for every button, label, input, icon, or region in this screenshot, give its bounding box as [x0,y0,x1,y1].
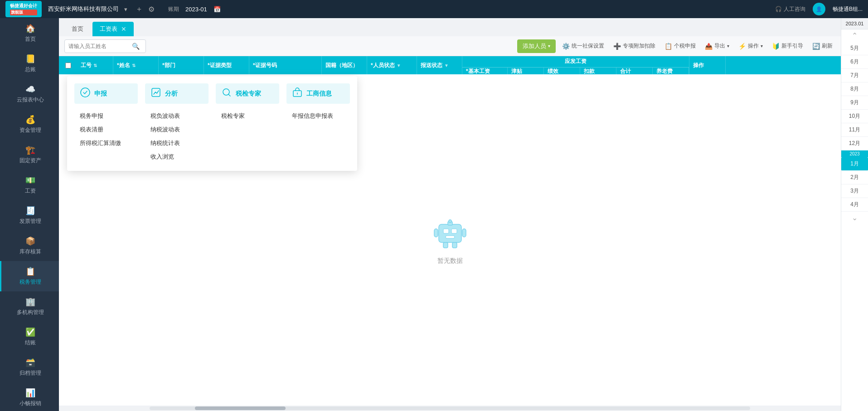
sidebar-label-settle: 结账 [25,339,36,347]
company-dropdown-icon[interactable]: ▾ [124,6,127,13]
svg-rect-3 [446,236,455,238]
cal-month-11[interactable]: 11月 [841,123,868,137]
th-send-filter-icon[interactable]: ▼ [444,63,449,68]
sidebar-item-assets[interactable]: 🏗️ 固定资产 [0,140,59,170]
svg-rect-1 [443,229,449,233]
sidebar-label-tax: 税务管理 [19,278,41,286]
tax-report-button[interactable]: 📋 个税申报 [662,39,698,53]
archive-icon: 🗃️ [25,358,35,367]
svg-rect-7 [462,229,466,237]
cal-month-5[interactable]: 5月 [841,42,868,55]
guide-button[interactable]: 🔰 新手引导 [769,39,806,53]
tax-report-label: 个税申报 [674,42,696,50]
operation-dropdown-icon: ▾ [761,44,763,48]
menu-income-browse[interactable]: 收入浏览 [145,150,209,164]
section-analysis-header: 分析 [145,83,209,104]
sidebar-item-settle[interactable]: ✅ 结账 [0,322,59,352]
select-all-input[interactable] [65,63,71,68]
th-no-label: 工号 [81,62,92,69]
cal-month-12[interactable]: 12月 [841,137,868,150]
cal-month-2[interactable]: 2月 [841,171,868,184]
menu-tax-expert[interactable]: 税检专家 [216,109,279,123]
h-scrollbar[interactable] [59,406,841,411]
refresh-icon: 🔄 [812,43,820,50]
menu-tax-burden[interactable]: 税负波动表 [145,109,209,123]
section-declare-title: 申报 [94,90,107,98]
invoice-icon: 🧾 [25,206,35,216]
sidebar-item-cloud[interactable]: ☁️ 云报表中心 [0,79,59,109]
sidebar-label-inventory: 库存核算 [19,248,41,256]
add-icon[interactable]: ＋ [136,5,143,14]
tab-salary[interactable]: 工资表 ✕ [92,22,134,36]
export-button[interactable]: 📤 导出 ▾ [702,39,732,53]
empty-text: 暂无数据 [437,257,463,265]
menu-tax-declare[interactable]: 税务申报 [74,109,138,123]
sidebar-item-multi[interactable]: 🏢 多机构管理 [0,291,59,322]
sidebar-item-tax[interactable]: 📋 税务管理 [0,261,59,291]
section-business-header: 工商信息 [286,83,350,104]
sidebar-item-report[interactable]: 📊 小畅报销 [0,382,59,411]
sidebar: 🏠 首页 📒 总账 ☁️ 云报表中心 💰 资金管理 🏗️ 固定资产 💵 工资 🧾… [0,18,59,411]
sidebar-label-ledger: 总账 [25,66,36,73]
calendar-icon[interactable]: 📅 [213,6,221,13]
operation-label: 操作 [748,42,759,50]
th-perf: 绩效 [544,68,580,75]
search-input[interactable] [68,43,132,49]
add-dropdown-icon: ▾ [548,44,550,48]
cal-month-1[interactable]: 1月 [841,157,868,171]
settle-icon: ✅ [25,327,35,337]
report-icon: 📊 [25,388,35,398]
cal-month-7[interactable]: 7月 [841,69,868,82]
multi-icon: 🏢 [25,297,35,307]
cloud-icon: ☁️ [25,84,35,94]
tab-home-label: 首页 [72,25,83,33]
th-no-sort-icon[interactable]: ⇅ [93,63,97,68]
sidebar-label-multi: 多机构管理 [17,309,44,316]
top-bar: 畅捷通好会计 旗舰版 西安虾米网络科技有限公司 ▾ ＋ ⚙ 账期 2023-01… [0,0,868,18]
th-idno-label: *证据号码 [253,62,277,69]
operation-button[interactable]: ⚡ 操作 ▾ [736,39,766,53]
th-status-filter-icon[interactable]: ▼ [397,63,401,68]
cal-month-9[interactable]: 9月 [841,96,868,110]
social-security-button[interactable]: ⚙️ 统一社保设置 [559,39,607,53]
sidebar-item-ledger[interactable]: 📒 总账 [0,48,59,79]
special-deduction-button[interactable]: ➕ 专项附加扣除 [611,39,658,53]
menu-income-calc[interactable]: 所得税汇算清缴 [74,136,138,150]
settings-icon[interactable]: ⚙ [148,5,155,14]
th-status-label: *人员状态 [371,62,395,69]
sidebar-item-inventory[interactable]: 📦 库存核算 [0,231,59,261]
menu-tax-stats[interactable]: 纳税统计表 [145,136,209,150]
sidebar-item-invoice[interactable]: 🧾 发票管理 [0,200,59,231]
menu-annual-report[interactable]: 年报信息申报表 [286,109,350,123]
cal-month-3[interactable]: 3月 [841,184,868,198]
sidebar-item-salary[interactable]: 💵 工资 [0,170,59,200]
th-base: *基本工资 [462,68,508,75]
service-button[interactable]: 🎧 人工咨询 [775,5,805,13]
select-all-checkbox[interactable] [59,63,77,68]
cal-month-10[interactable]: 10月 [841,110,868,123]
cal-month-8[interactable]: 8月 [841,82,868,96]
tab-bar: 首页 工资表 ✕ [59,18,841,36]
sidebar-item-home[interactable]: 🏠 首页 [0,18,59,48]
cal-month-4[interactable]: 4月 [841,198,868,212]
th-name-sort-icon[interactable]: ⇅ [132,63,136,68]
th-dept: *部门 [159,56,204,74]
menu-tax-table[interactable]: 税表清册 [74,123,138,136]
salary-icon: 💵 [25,175,35,185]
sidebar-item-archive[interactable]: 🗃️ 归档管理 [0,352,59,382]
dropdown-sections: 申报 税务申报 税表清册 所得税汇算清缴 分析 税负波动表 [74,83,350,164]
cal-down-nav[interactable]: ⌄ [841,212,868,224]
cal-month-6[interactable]: 6月 [841,55,868,69]
tab-close-icon[interactable]: ✕ [121,26,126,32]
cal-up-nav[interactable]: ⌃ [841,29,868,42]
user-name[interactable]: 畅捷通B组... [833,5,863,13]
add-person-button[interactable]: 添加人员 ▾ [517,39,556,53]
sidebar-item-funds[interactable]: 💰 资金管理 [0,109,59,140]
h-scrollbar-thumb[interactable] [195,406,286,410]
section-analysis-title: 分析 [165,90,178,98]
tab-home[interactable]: 首页 [64,22,91,36]
refresh-button[interactable]: 🔄 刷新 [810,39,835,53]
menu-tax-payment[interactable]: 纳税波动表 [145,123,209,136]
sidebar-label-assets: 固定资产 [19,157,41,164]
search-box[interactable]: 🔍 [64,39,146,53]
